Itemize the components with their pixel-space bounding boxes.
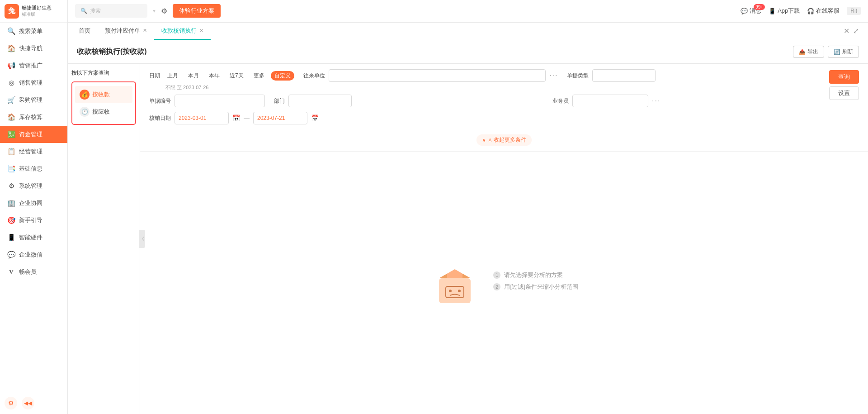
sidebar-label-inventory: 库存核算 <box>19 113 42 121</box>
topbar-actions: 💬 消息 99+ 📱 App下载 🎧 在线客服 Rit <box>741 7 861 15</box>
date-label: 日期 <box>149 72 160 80</box>
counterpart-label: 往来单位 <box>303 72 325 80</box>
offset-date-end-input[interactable] <box>253 112 307 124</box>
sidebar-bottom: ⚙ ◀◀ <box>0 392 67 414</box>
message-badge: 99+ <box>754 4 765 10</box>
topbar-chevron[interactable]: ▾ <box>153 8 156 14</box>
topbar-search[interactable]: 🔍 搜索 <box>75 4 147 18</box>
offset-date-end-icon[interactable]: 📅 <box>311 114 319 122</box>
online-service-btn[interactable]: 🎧 在线客服 <box>807 7 840 15</box>
date-separator: — <box>244 115 250 122</box>
inventory-icon: 🏠 <box>7 113 15 121</box>
app-edition: 标准版 <box>22 11 52 18</box>
by-receivable-label: 按应收 <box>92 108 110 116</box>
app-download-icon: 📱 <box>769 8 776 14</box>
message-btn[interactable]: 💬 消息 99+ <box>741 7 761 15</box>
date-7days[interactable]: 近7天 <box>226 71 247 81</box>
empty-hint2: 用[过滤]条件来缩小分析范围 <box>504 283 578 291</box>
date-custom-btn[interactable]: 自定义 <box>271 71 294 81</box>
voucher-type-select[interactable] <box>592 69 656 82</box>
system-icon: ⚙ <box>7 182 15 190</box>
wechat-icon: 💬 <box>7 251 15 259</box>
sidebar-item-member[interactable]: V 畅会员 <box>0 263 67 281</box>
sidebar-item-operations[interactable]: 📋 经营管理 <box>0 143 67 160</box>
filter-options-box: 💰 按收款 🕐 按应收 <box>71 81 136 125</box>
tab-home-label: 首页 <box>79 27 90 35</box>
sidebar-item-basic-info[interactable]: 📑 基础信息 <box>0 160 67 177</box>
date-this-year[interactable]: 本年 <box>205 71 223 81</box>
user-name[interactable]: Rit <box>847 7 861 15</box>
settings-bottom-btn[interactable]: ⚙ <box>5 397 17 409</box>
left-panel-title: 按以下方案查询 <box>71 69 136 77</box>
date-last-month[interactable]: 上月 <box>164 71 182 81</box>
sidebar-item-guide[interactable]: 🎯 新手引导 <box>0 212 67 229</box>
filter-by-receivable[interactable]: 🕐 按应收 <box>75 103 132 120</box>
search-placeholder-text: 搜索 <box>90 7 101 15</box>
close-tab-icon[interactable]: ✕ <box>844 27 849 35</box>
page-actions: 📤 导出 🔄 刷新 <box>793 46 859 58</box>
sidebar-label-wechat: 企业微信 <box>19 251 42 259</box>
sidebar-item-search-menu[interactable]: 🔍 搜索菜单 <box>0 23 67 40</box>
date-this-month[interactable]: 本月 <box>184 71 203 81</box>
counterpart-more-icon[interactable]: ··· <box>549 71 558 80</box>
sidebar-item-inventory[interactable]: 🏠 库存核算 <box>0 109 67 126</box>
offset-date-start-input[interactable] <box>175 112 229 124</box>
sidebar-label-search-menu: 搜索菜单 <box>19 27 42 35</box>
sidebar-item-quick-nav[interactable]: 🏠 快捷导航 <box>0 40 67 57</box>
tab-receipt-offset-label: 收款核销执行 <box>161 27 197 35</box>
expand-icon[interactable]: ⤢ <box>853 27 859 35</box>
voucher-no-input[interactable] <box>175 95 265 107</box>
sidebar-item-wechat[interactable]: 💬 企业微信 <box>0 246 67 263</box>
app-download-label: App下载 <box>778 7 800 15</box>
date-more[interactable]: 更多 <box>250 71 268 81</box>
employee-input[interactable] <box>572 95 648 107</box>
topbar-gear-icon[interactable]: ⚙ <box>161 7 167 15</box>
app-download-btn[interactable]: 📱 App下载 <box>769 7 800 15</box>
tab-prepay[interactable]: 预付冲应付单 ✕ <box>98 23 154 40</box>
collapse-left-btn[interactable]: 《 <box>139 230 145 248</box>
employee-more-icon[interactable]: ··· <box>652 97 660 105</box>
sidebar-nav: 🔍 搜索菜单 🏠 快捷导航 📢 营销推广 ◎ 销售管理 🛒 采购管理 🏠 库存核… <box>0 23 67 392</box>
sidebar-item-finance[interactable]: 💹 资金管理 <box>0 126 67 143</box>
settings-btn[interactable]: 设置 <box>829 86 859 100</box>
date-range-display: 不限 至 2023-07-26 <box>165 84 822 91</box>
sidebar-item-marketing[interactable]: 📢 营销推广 <box>0 57 67 74</box>
guide-icon: 🎯 <box>7 216 15 224</box>
tab-receipt-offset-close[interactable]: ✕ <box>199 28 203 33</box>
empty-illustration <box>430 260 475 305</box>
collapse-sidebar-btn[interactable]: ◀◀ <box>22 397 34 409</box>
sidebar-label-purchase: 采购管理 <box>19 96 42 104</box>
search-menu-icon: 🔍 <box>7 27 15 35</box>
sidebar-item-purchase[interactable]: 🛒 采购管理 <box>0 91 67 109</box>
sidebar-item-sales[interactable]: ◎ 销售管理 <box>0 74 67 91</box>
filter-row-2: 单据编号 部门 业务员 <box>149 95 822 107</box>
tab-home[interactable]: 首页 <box>71 23 98 40</box>
sidebar-item-enterprise[interactable]: 🏢 企业协同 <box>0 195 67 212</box>
filter-by-receipt[interactable]: 💰 按收款 <box>75 86 132 103</box>
filter-btn-area: 查询 设置 <box>829 69 859 100</box>
left-panel: 按以下方案查询 💰 按收款 🕐 按应收 《 <box>68 64 140 414</box>
department-label: 部门 <box>274 97 285 105</box>
operations-icon: 📋 <box>7 148 15 156</box>
query-btn[interactable]: 查询 <box>829 70 859 84</box>
offset-date-start-icon[interactable]: 📅 <box>232 114 240 122</box>
sidebar-label-operations: 经营管理 <box>19 148 42 156</box>
sidebar-item-system[interactable]: ⚙ 系统管理 <box>0 177 67 195</box>
counterpart-input[interactable] <box>329 69 546 82</box>
collapse-filter-btn[interactable]: ∧ ∧ 收起更多条件 <box>476 134 532 146</box>
tabbar: 首页 预付冲应付单 ✕ 收款核销执行 ✕ ✕ ⤢ <box>68 23 868 41</box>
sidebar-label-finance: 资金管理 <box>19 130 42 138</box>
tab-receipt-offset[interactable]: 收款核销执行 ✕ <box>154 23 211 40</box>
date-range-text: 不限 至 2023-07-26 <box>165 85 208 90</box>
sidebar-item-hardware[interactable]: 📱 智能硬件 <box>0 229 67 246</box>
export-btn[interactable]: 📤 导出 <box>793 46 824 58</box>
department-select[interactable] <box>288 95 352 107</box>
solution-btn[interactable]: 体验行业方案 <box>173 4 221 18</box>
refresh-btn[interactable]: 🔄 刷新 <box>828 46 859 58</box>
sidebar-label-hardware: 智能硬件 <box>19 233 42 242</box>
tab-prepay-close[interactable]: ✕ <box>143 28 147 33</box>
svg-point-5 <box>449 290 452 292</box>
employee-field: 业务员 ··· <box>552 95 822 107</box>
refresh-icon: 🔄 <box>834 49 840 55</box>
service-label: 在线客服 <box>816 7 840 15</box>
